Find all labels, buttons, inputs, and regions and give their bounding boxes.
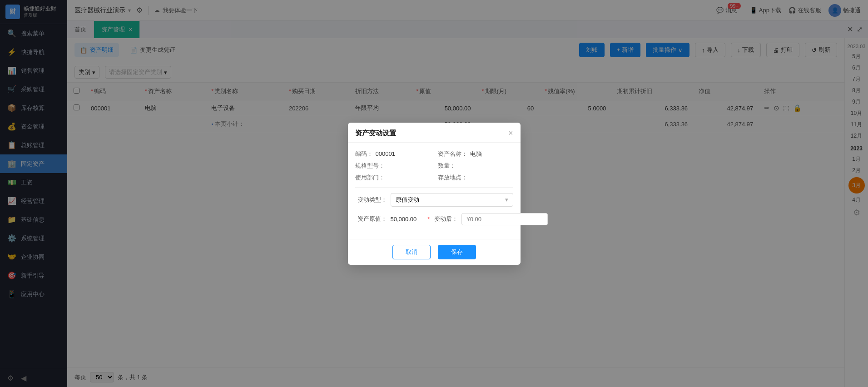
modal-header: 资产变动设置 × xyxy=(348,123,521,143)
asset-change-modal: 资产变动设置 × 编码： 000001 资产名称： 电脑 规格型号： 数量： xyxy=(348,123,521,265)
modal-quantity-label: 数量： xyxy=(438,162,456,170)
modal-location-row: 存放地点： xyxy=(438,174,513,182)
modal-title: 资产变动设置 xyxy=(355,129,396,138)
modal-close-btn[interactable]: × xyxy=(508,129,513,137)
modal-spec-row: 规格型号： xyxy=(355,162,431,170)
modal-overlay: 资产变动设置 × 编码： 000001 资产名称： 电脑 规格型号： 数量： xyxy=(0,0,868,387)
modal-body: 编码： 000001 资产名称： 电脑 规格型号： 数量： 使用部门： xyxy=(348,143,521,239)
save-button[interactable]: 保存 xyxy=(438,245,476,259)
modal-change-type-value: 原值变动 xyxy=(396,196,419,204)
modal-after-change-input[interactable] xyxy=(461,213,548,225)
modal-original-value-label: 资产原值： xyxy=(355,215,387,223)
modal-original-value-row: 资产原值： 50,000.00 * 变动后： xyxy=(355,213,513,225)
modal-original-value-value: 50,000.00 xyxy=(391,216,417,223)
modal-change-type-select[interactable]: 原值变动 ▾ xyxy=(391,193,513,207)
modal-dept-label: 使用部门： xyxy=(355,174,385,182)
modal-footer: 取消 保存 xyxy=(348,239,521,265)
modal-quantity-row: 数量： xyxy=(438,162,513,170)
modal-change-type-chevron: ▾ xyxy=(505,196,508,203)
modal-spec-label: 规格型号： xyxy=(355,162,385,170)
modal-info-grid: 编码： 000001 资产名称： 电脑 规格型号： 数量： 使用部门： xyxy=(355,150,513,182)
modal-location-label: 存放地点： xyxy=(438,174,467,182)
modal-change-type-row: 变动类型： 原值变动 ▾ xyxy=(355,193,513,207)
modal-asset-name-row: 资产名称： 电脑 xyxy=(438,150,513,158)
modal-after-change-label: 变动后： xyxy=(434,215,458,223)
modal-dept-row: 使用部门： xyxy=(355,174,431,182)
modal-change-type-label: 变动类型： xyxy=(355,196,387,204)
modal-code-value: 000001 xyxy=(376,150,395,157)
modal-asset-name-value: 电脑 xyxy=(470,150,482,158)
cancel-button[interactable]: 取消 xyxy=(392,245,431,259)
modal-code-row: 编码： 000001 xyxy=(355,150,431,158)
required-star-icon: * xyxy=(427,216,430,223)
modal-code-label: 编码： xyxy=(355,150,373,158)
modal-asset-name-label: 资产名称： xyxy=(438,150,467,158)
modal-divider xyxy=(355,187,513,188)
